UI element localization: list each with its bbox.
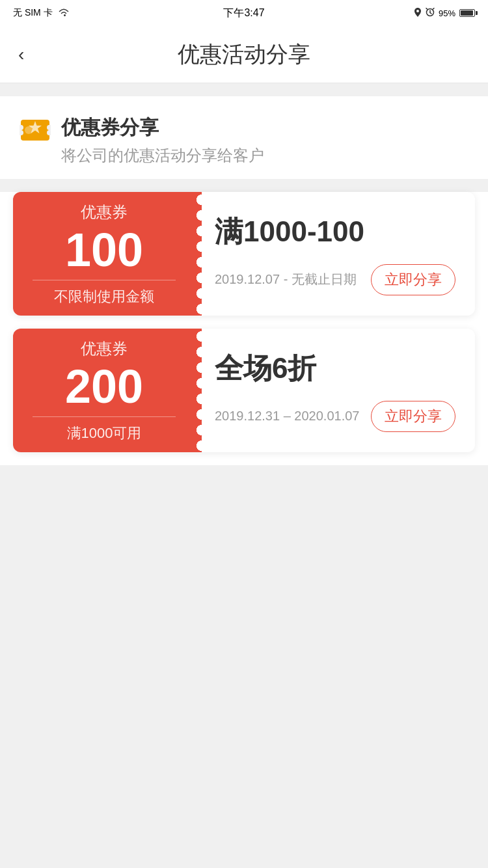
coupon-share-icon [20,115,51,146]
coupon-label-1: 优惠券 [81,202,128,223]
svg-line-3 [430,12,431,14]
coupon-divider-2 [33,416,176,417]
coupon-right-2: 全场6折 2019.12.31 – 2020.01.07 立即分享 [195,329,475,452]
battery-text: 95% [439,8,455,18]
svg-point-0 [416,10,419,12]
svg-line-4 [426,8,427,9]
section-subtitle: 将公司的优惠活动分享给客户 [61,145,264,166]
status-time: 下午3:47 [223,7,264,20]
status-left: 无 SIM 卡 [13,7,70,19]
coupon-amount-2: 200 [65,363,143,410]
status-right: 95% [414,8,475,19]
section-title: 优惠券分享 [61,115,264,141]
share-button-2[interactable]: 立即分享 [371,401,455,432]
battery-icon [459,9,475,17]
page-title: 优惠活动分享 [178,40,310,70]
coupon-restriction-1: 不限制使用金额 [54,287,154,306]
svg-line-5 [433,8,434,9]
coupon-bottom-2: 2019.12.31 – 2020.01.07 立即分享 [215,401,455,432]
status-bar: 无 SIM 卡 下午3:47 95% [0,0,488,26]
section-text-group: 优惠券分享 将公司的优惠活动分享给客户 [61,115,264,166]
coupons-container: 优惠券 100 不限制使用金额 满1000-100 2019.12.07 - 无… [0,192,488,465]
wifi-icon [58,8,70,19]
coupon-right-1: 满1000-100 2019.12.07 - 无截止日期 立即分享 [195,192,475,316]
coupon-left-2: 优惠券 200 满1000可用 [13,329,195,452]
coupon-date-1: 2019.12.07 - 无截止日期 [215,271,357,288]
coupon-divider-1 [33,280,176,280]
coupon-restriction-2: 满1000可用 [67,424,142,443]
coupon-card: 优惠券 100 不限制使用金额 满1000-100 2019.12.07 - 无… [13,192,475,316]
bottom-gray-area [0,465,488,856]
coupon-name-2: 全场6折 [215,349,455,388]
share-button-1[interactable]: 立即分享 [371,264,455,295]
coupon-date-2: 2019.12.31 – 2020.01.07 [215,409,359,424]
coupon-bottom-1: 2019.12.07 - 无截止日期 立即分享 [215,264,455,295]
location-icon [414,8,422,19]
coupon-amount-1: 100 [65,226,143,273]
coupon-name-1: 满1000-100 [215,213,455,251]
carrier-text: 无 SIM 卡 [13,7,53,19]
section-divider [0,83,488,96]
back-button[interactable]: ‹ [18,46,24,64]
section-header: 优惠券分享 将公司的优惠活动分享给客户 [0,96,488,179]
coupon-label-2: 优惠券 [81,338,128,359]
coupon-card-2: 优惠券 200 满1000可用 全场6折 2019.12.31 – 2020.0… [13,329,475,452]
alarm-icon [426,8,435,19]
coupon-left-1: 优惠券 100 不限制使用金额 [13,192,195,316]
nav-bar: ‹ 优惠活动分享 [0,26,488,83]
